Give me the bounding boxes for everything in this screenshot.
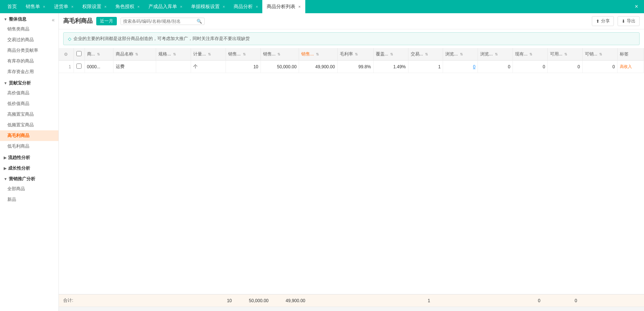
col-header-margin-rate[interactable]: 毛利率 ⇅: [337, 48, 373, 61]
sort-icon-saleable-stock: ⇅: [599, 52, 602, 56]
sidebar-item-all-goods[interactable]: 全部商品: [0, 184, 58, 194]
nav-permission-settings-close[interactable]: ×: [104, 4, 107, 9]
content-area: 高毛利商品 近一月 🔍 ⬆ 分享 ⬇ 导出 ◇ 企业的主要的利润都是这部分商品创…: [59, 13, 644, 311]
footer-trade-count: 1: [401, 298, 430, 303]
sort-icon-browse2: ⇅: [495, 52, 498, 56]
footer-avail-stock: 0: [548, 298, 577, 303]
cell-sales-profit: 49,900.00: [299, 61, 337, 73]
sidebar: « ▼ 整体信息 销售类商品 交易过的商品 商品分类贡献率 有库存的商品 库存资…: [0, 13, 59, 311]
cell-margin-rate: 99.8%: [337, 61, 373, 73]
nav-product-inbound-close[interactable]: ×: [180, 4, 182, 9]
sidebar-group-trend[interactable]: ▶ 流趋性分析: [0, 152, 58, 162]
col-header-cover-rate[interactable]: 覆盖... ⇅: [373, 48, 408, 61]
data-table: ⚙ 商... ⇅ 商品名称 ⇅ 规格... ⇅: [59, 48, 644, 73]
col-header-name[interactable]: 商品名称 ⇅: [113, 48, 156, 61]
col-header-current-stock[interactable]: 现有... ⇅: [513, 48, 548, 61]
sidebar-item-low-freq[interactable]: 低频置宝商品: [0, 120, 58, 130]
sidebar-group-treasure[interactable]: ▼ 贡献宝分析: [0, 77, 58, 88]
sidebar-item-low-value[interactable]: 低价值商品: [0, 98, 58, 109]
nav-product-analysis-list[interactable]: 商品分析列表 ×: [262, 0, 305, 13]
col-header-spec[interactable]: 规格... ⇅: [156, 48, 191, 61]
sidebar-item-new-goods[interactable]: 新品: [0, 194, 58, 205]
sort-icon-trade-count: ⇅: [425, 52, 428, 56]
row-checkbox[interactable]: [76, 64, 82, 69]
cell-unit: 个: [191, 61, 226, 73]
nav-product-analysis-list-close[interactable]: ×: [298, 4, 301, 9]
nav-permission-settings[interactable]: 权限设置 ×: [78, 0, 111, 13]
sidebar-collapse-button[interactable]: «: [50, 16, 57, 23]
footer-total-label: 合计:: [63, 297, 73, 304]
cell-browse1[interactable]: 0: [443, 61, 478, 73]
sort-icon-sales-profit: ⇅: [316, 52, 319, 56]
col-header-tag[interactable]: 标签: [617, 48, 644, 61]
sort-icon-cover-rate: ⇅: [390, 52, 393, 56]
col-header-saleable-stock[interactable]: 可销... ⇅: [582, 48, 617, 61]
main-layout: « ▼ 整体信息 销售类商品 交易过的商品 商品分类贡献率 有库存的商品 库存资…: [0, 13, 644, 311]
nav-template-settings[interactable]: 单据模板设置 ×: [187, 0, 229, 13]
col-header-settings[interactable]: ⚙: [59, 48, 73, 61]
search-box: 🔍: [120, 18, 205, 25]
share-icon: ⬆: [596, 19, 600, 24]
share-button[interactable]: ⬆ 分享: [592, 16, 614, 26]
cell-tag: 高收入: [617, 61, 644, 73]
sidebar-item-stocked-goods[interactable]: 有库存的商品: [0, 56, 58, 66]
col-header-code[interactable]: 商... ⇅: [84, 48, 113, 61]
table-footer: 合计: 10 50,000.00 49,900.00 1 0 0: [59, 294, 644, 307]
sidebar-item-traded-goods[interactable]: 交易过的商品: [0, 35, 58, 45]
window-close-button[interactable]: ×: [632, 3, 641, 10]
filter-period-button[interactable]: 近一月: [96, 17, 117, 25]
sidebar-group-marketing[interactable]: ▼ 营销推广分析: [0, 173, 58, 184]
cell-browse2: 0: [478, 61, 513, 73]
cell-index: 1: [59, 61, 73, 73]
sidebar-item-high-margin[interactable]: 高毛利商品: [0, 130, 58, 141]
nav-sales-order-close[interactable]: ×: [43, 4, 45, 9]
content-header: 高毛利商品 近一月 🔍 ⬆ 分享 ⬇ 导出: [59, 13, 644, 29]
cell-spec: [156, 61, 191, 73]
nav-sales-order[interactable]: 销售单 ×: [21, 0, 50, 13]
search-icon[interactable]: 🔍: [197, 19, 202, 24]
nav-home[interactable]: 首页: [3, 0, 21, 13]
page-title: 高毛利商品: [63, 17, 93, 25]
nav-purchase-order-close[interactable]: ×: [71, 4, 73, 9]
col-header-avail-stock[interactable]: 可用... ⇅: [547, 48, 582, 61]
sidebar-item-high-value[interactable]: 高价值商品: [0, 88, 58, 98]
export-icon: ⬇: [622, 19, 625, 24]
sidebar-item-contrib-rate[interactable]: 商品分类贡献率: [0, 45, 58, 56]
col-header-sales-qty[interactable]: 销售... ⇅: [226, 48, 261, 61]
nav-product-inbound[interactable]: 产成品入库单 ×: [144, 0, 187, 13]
col-header-browse2[interactable]: 浏览... ⇅: [478, 48, 513, 61]
footer-sales-amt: 50,000.00: [239, 298, 269, 303]
chevron-right-icon: ▶: [4, 156, 7, 160]
chevron-right-icon-2: ▶: [4, 166, 7, 170]
col-header-unit[interactable]: 计量... ⇅: [191, 48, 226, 61]
col-header-sales-amt[interactable]: 销售... ⇅: [261, 48, 299, 61]
col-header-trade-count[interactable]: 交易... ⇅: [408, 48, 443, 61]
nav-purchase-order[interactable]: 进货单 ×: [50, 0, 78, 13]
col-header-sales-profit[interactable]: 销售... ⇅: [299, 48, 337, 61]
search-input[interactable]: [123, 19, 197, 24]
table-body: 1 0000... 运费 个 10 50,000.00 49,900.00 99…: [59, 61, 644, 73]
data-table-wrapper[interactable]: ⚙ 商... ⇅ 商品名称 ⇅ 规格... ⇅: [59, 48, 644, 294]
horizontal-scrollbar[interactable]: [59, 307, 644, 311]
info-text: 企业的主要的利润都是这部分商品创造的，可考虑加大推广，同时关注库存是不要出现缺货: [73, 36, 250, 42]
nav-product-analysis-close[interactable]: ×: [256, 4, 258, 9]
sidebar-group-growth[interactable]: ▶ 成长性分析: [0, 162, 58, 173]
sidebar-item-stock-capital[interactable]: 库存资金占用: [0, 66, 58, 77]
sidebar-item-sales-goods[interactable]: 销售类商品: [0, 24, 58, 35]
cell-check[interactable]: [73, 61, 84, 73]
nav-role-auth[interactable]: 角色授权 ×: [111, 0, 144, 13]
chevron-down-icon-3: ▼: [4, 177, 7, 181]
sidebar-item-low-margin[interactable]: 低毛利商品: [0, 141, 58, 152]
nav-template-settings-close[interactable]: ×: [223, 4, 225, 9]
top-navigation: 首页 销售单 × 进货单 × 权限设置 × 角色授权 × 产成品入库单 × 单据…: [0, 0, 644, 13]
cell-saleable-stock: 0: [582, 61, 617, 73]
nav-role-auth-close[interactable]: ×: [137, 4, 140, 9]
col-header-check[interactable]: [73, 48, 84, 61]
nav-product-analysis[interactable]: 商品分析 ×: [229, 0, 262, 13]
export-button[interactable]: ⬇ 导出: [618, 16, 640, 26]
sidebar-item-high-freq[interactable]: 高频置宝商品: [0, 109, 58, 120]
select-all-checkbox[interactable]: [76, 51, 82, 56]
col-header-browse1[interactable]: 浏览... ⇅: [443, 48, 478, 61]
chevron-down-icon-2: ▼: [4, 81, 7, 85]
sort-icon-sales-amt: ⇅: [277, 52, 280, 56]
